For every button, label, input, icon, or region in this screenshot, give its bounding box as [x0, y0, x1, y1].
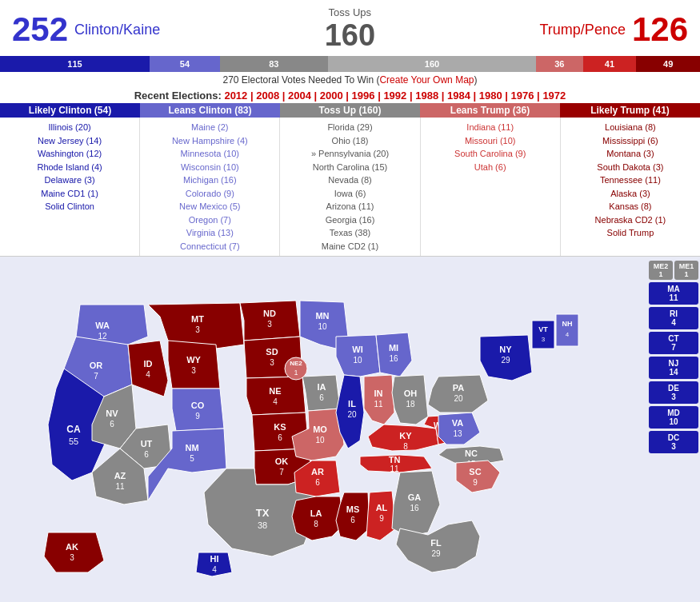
state-ar-label: AR — [311, 467, 324, 476]
state-nebraska-cd2[interactable]: Nebraska CD2 (1) — [566, 213, 695, 227]
trump-name: Trump/Pence — [540, 22, 626, 38]
state-virginia[interactable]: Virginia (13) — [145, 226, 274, 240]
state-missouri[interactable]: Missouri (10) — [426, 134, 555, 148]
sidebar-de[interactable]: DE3 — [649, 381, 698, 404]
state-wisconsin[interactable]: Wisconsin (10) — [145, 161, 274, 174]
state-al-ev: 9 — [379, 514, 384, 523]
year-1976[interactable]: 1976 — [511, 90, 534, 102]
year-1972[interactable]: 1972 — [542, 90, 566, 102]
state-nevada[interactable]: Nevada (8) — [285, 173, 414, 187]
year-2000[interactable]: 2000 — [320, 90, 343, 102]
category-headers: Likely Clinton (54) Leans Clinton (83) T… — [0, 103, 700, 118]
state-iowa[interactable]: Iowa (6) — [285, 187, 414, 201]
state-alaska[interactable]: Alaska (3) — [566, 187, 695, 201]
state-louisiana[interactable]: Louisiana (8) — [566, 121, 695, 134]
state-ak-shape[interactable] — [44, 532, 104, 572]
state-maine-cd1[interactable]: Maine CD1 (1) — [5, 187, 134, 201]
state-nv-ev: 6 — [110, 420, 114, 429]
year-1980[interactable]: 1980 — [479, 90, 502, 102]
state-new-hampshire[interactable]: New Hampshire (4) — [145, 134, 274, 148]
state-new-mexico[interactable]: New Mexico (5) — [145, 200, 274, 213]
state-oregon[interactable]: Oregon (7) — [145, 213, 274, 227]
state-colorado[interactable]: Colorado (9) — [145, 187, 274, 201]
state-south-dakota[interactable]: South Dakota (3) — [566, 161, 695, 174]
state-wy-shape[interactable] — [168, 341, 220, 389]
state-tn-label: TN — [389, 455, 401, 464]
ne2-ev: 1 — [294, 369, 298, 377]
state-kansas[interactable]: Kansas (8) — [566, 200, 695, 213]
state-wy-ev: 3 — [191, 366, 196, 375]
trump-score: 126 — [632, 10, 688, 49]
state-minnesota[interactable]: Minnesota (10) — [145, 147, 274, 161]
state-vt-label: VT — [538, 325, 548, 333]
sidebar-me2[interactable]: ME21 — [649, 261, 673, 280]
state-tennessee[interactable]: Tennessee (11) — [566, 173, 695, 187]
col-leans-trump: Indiana (11) Missouri (10) South Carolin… — [421, 118, 561, 256]
state-in-label: IN — [374, 389, 383, 398]
sidebar-ma[interactable]: MA11 — [649, 282, 698, 305]
solid-trump[interactable]: Solid Trump — [566, 226, 695, 240]
state-tx-label: TX — [256, 507, 270, 519]
state-fl-label: FL — [430, 538, 442, 548]
state-north-carolina[interactable]: North Carolina (15) — [285, 161, 414, 174]
state-ny-ev: 29 — [501, 356, 510, 365]
year-1996[interactable]: 1996 — [352, 90, 375, 102]
state-pa-label: PA — [453, 383, 465, 393]
state-az-label: AZ — [114, 471, 126, 480]
state-ok-label: OK — [275, 456, 289, 466]
state-ms-ev: 6 — [350, 516, 355, 524]
state-id-shape[interactable] — [128, 341, 168, 397]
sidebar-nj[interactable]: NJ14 — [649, 357, 698, 379]
state-utah[interactable]: Utah (6) — [426, 161, 555, 174]
state-sc-shape[interactable] — [456, 460, 500, 492]
state-ky-label: KY — [399, 431, 412, 441]
state-ne-shape[interactable] — [246, 377, 306, 415]
state-michigan[interactable]: Michigan (16) — [145, 173, 274, 187]
state-lists: Illinois (20) New Jersey (14) Washington… — [0, 118, 700, 257]
state-ok-ev: 7 — [279, 468, 284, 476]
sidebar-dc[interactable]: DC3 — [649, 431, 698, 453]
year-2008[interactable]: 2008 — [256, 90, 279, 102]
year-2012[interactable]: 2012 — [224, 90, 247, 102]
state-connecticut[interactable]: Connecticut (7) — [145, 240, 274, 253]
year-2004[interactable]: 2004 — [288, 90, 311, 102]
state-indiana[interactable]: Indiana (11) — [426, 121, 555, 134]
state-tx-ev: 38 — [258, 520, 267, 530]
state-va-shape[interactable] — [438, 413, 480, 445]
sidebar-md[interactable]: MD10 — [649, 406, 698, 429]
year-1988[interactable]: 1988 — [415, 90, 438, 102]
state-id-label: ID — [144, 359, 153, 369]
state-texas[interactable]: Texas (38) — [285, 226, 414, 240]
state-illinois[interactable]: Illinois (20) — [5, 121, 134, 134]
state-or-label: OR — [90, 361, 103, 370]
solid-clinton[interactable]: Solid Clinton — [5, 200, 134, 213]
sidebar-ct[interactable]: CT7 — [649, 332, 698, 354]
state-maine-cd2[interactable]: Maine CD2 (1) — [285, 240, 414, 253]
state-new-jersey[interactable]: New Jersey (14) — [5, 134, 134, 148]
state-nm-ev: 5 — [190, 454, 194, 463]
us-map-svg: WA 12 OR 7 CA 55 ID 4 NV 6 UT 6 AZ 11 MT… — [0, 257, 640, 592]
state-ohio[interactable]: Ohio (18) — [285, 134, 414, 148]
sidebar-ri[interactable]: RI4 — [649, 307, 698, 329]
state-south-carolina[interactable]: South Carolina (9) — [426, 147, 555, 161]
create-map-link[interactable]: Create Your Own Map — [379, 74, 474, 86]
state-washington[interactable]: Washington (12) — [5, 147, 134, 161]
sidebar-me1[interactable]: ME11 — [674, 261, 698, 280]
state-montana[interactable]: Montana (3) — [566, 147, 695, 161]
electoral-map[interactable]: WA 12 OR 7 CA 55 ID 4 NV 6 UT 6 AZ 11 MT… — [0, 257, 700, 602]
state-arizona[interactable]: Arizona (11) — [285, 200, 414, 213]
state-pennsylvania[interactable]: » Pennsylvania (20) — [285, 147, 414, 161]
state-maine[interactable]: Maine (2) — [145, 121, 274, 134]
year-1984[interactable]: 1984 — [447, 90, 470, 102]
cat-toss: Toss Up (160) — [280, 103, 420, 118]
state-florida[interactable]: Florida (29) — [285, 121, 414, 134]
year-1992[interactable]: 1992 — [383, 90, 406, 102]
state-rhode-island[interactable]: Rhode Island (4) — [5, 161, 134, 174]
state-ak-label: AK — [66, 542, 78, 552]
state-mississippi[interactable]: Mississippi (6) — [566, 134, 695, 148]
state-georgia[interactable]: Georgia (16) — [285, 213, 414, 227]
bar-likely-clinton: 115 — [0, 56, 150, 72]
state-oh-label: OH — [404, 389, 418, 398]
state-delaware[interactable]: Delaware (3) — [5, 173, 134, 187]
state-nh-shape[interactable] — [556, 314, 578, 346]
